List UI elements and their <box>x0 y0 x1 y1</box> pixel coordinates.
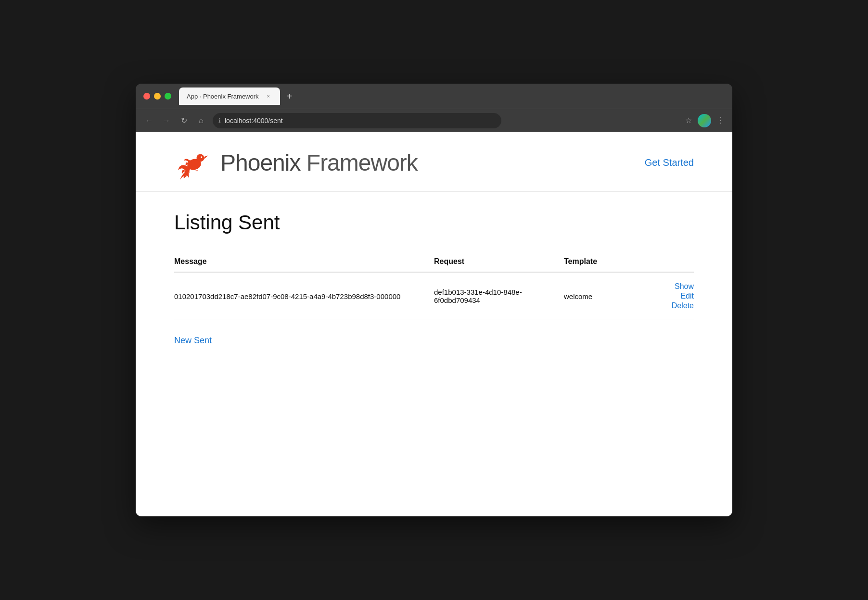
cell-request: def1b013-331e-4d10-848e-6f0dbd709434 <box>434 272 564 320</box>
traffic-light-close[interactable] <box>143 93 150 100</box>
bookmark-button[interactable]: ☆ <box>685 116 692 125</box>
svg-point-1 <box>196 154 204 162</box>
address-actions: ☆ ⋮ <box>685 114 725 127</box>
cell-actions: Show Edit Delete <box>642 272 694 320</box>
back-button[interactable]: ← <box>143 116 155 125</box>
forward-button[interactable]: → <box>161 116 172 125</box>
title-bar: App · Phoenix Framework × + <box>136 84 732 109</box>
phoenix-bird-icon: ™ <box>174 143 213 182</box>
browser-window: App · Phoenix Framework × + ← → ↻ ⌂ ℹ lo… <box>136 84 732 516</box>
edit-link[interactable]: Edit <box>680 292 694 300</box>
page-content: ™ Phoenix Framework Get Started Listing … <box>136 132 732 516</box>
phoenix-header: ™ Phoenix Framework Get Started <box>136 132 732 192</box>
svg-marker-2 <box>204 156 208 159</box>
phoenix-brand: Phoenix Framework <box>220 150 418 176</box>
url-info-icon: ℹ <box>218 117 221 124</box>
column-header-actions <box>642 251 694 272</box>
url-bar[interactable]: ℹ localhost:4000/sent <box>213 113 501 128</box>
svg-point-3 <box>201 156 202 158</box>
page-title: Listing Sent <box>174 211 694 234</box>
tab-title: App · Phoenix Framework <box>187 93 259 100</box>
menu-button[interactable]: ⋮ <box>717 116 725 125</box>
table-header-row: Message Request Template <box>174 251 694 272</box>
new-tab-button[interactable]: + <box>282 88 297 104</box>
table-row: 010201703dd218c7-ae82fd07-9c08-4215-a4a9… <box>174 272 694 320</box>
sent-table: Message Request Template 010201703dd218c… <box>174 251 694 320</box>
tab-bar: App · Phoenix Framework × + <box>179 88 725 105</box>
svg-text:™: ™ <box>195 170 198 173</box>
main-content: Listing Sent Message Request Template 01… <box>136 192 732 365</box>
action-links: Show Edit Delete <box>642 282 694 310</box>
reload-button[interactable]: ↻ <box>178 116 190 125</box>
url-text: localhost:4000/sent <box>225 117 283 125</box>
phoenix-logo: ™ Phoenix Framework <box>174 143 418 182</box>
active-tab[interactable]: App · Phoenix Framework × <box>179 88 280 105</box>
get-started-link[interactable]: Get Started <box>645 157 694 168</box>
home-button[interactable]: ⌂ <box>195 116 207 125</box>
phoenix-brand-bold: Phoenix Framework <box>220 150 418 175</box>
column-header-message: Message <box>174 251 434 272</box>
show-link[interactable]: Show <box>675 282 694 291</box>
column-header-request: Request <box>434 251 564 272</box>
cell-message: 010201703dd218c7-ae82fd07-9c08-4215-a4a9… <box>174 272 434 320</box>
tab-close-button[interactable]: × <box>265 92 272 100</box>
column-header-template: Template <box>564 251 642 272</box>
user-avatar[interactable] <box>698 114 711 127</box>
cell-template: welcome <box>564 272 642 320</box>
new-sent-link[interactable]: New Sent <box>174 336 212 346</box>
traffic-light-maximize[interactable] <box>165 93 171 100</box>
delete-link[interactable]: Delete <box>672 301 694 310</box>
traffic-lights <box>143 93 171 100</box>
traffic-light-minimize[interactable] <box>154 93 161 100</box>
address-bar: ← → ↻ ⌂ ℹ localhost:4000/sent ☆ ⋮ <box>136 109 732 132</box>
